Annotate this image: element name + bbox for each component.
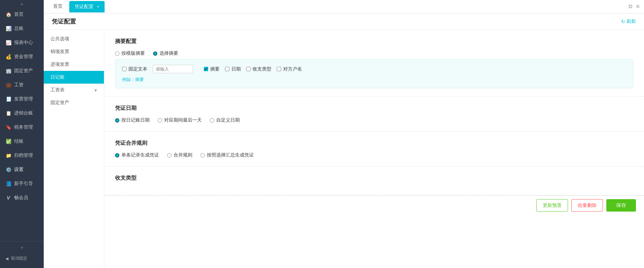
radio-select-generate[interactable]: 按照选择汇总生成凭证	[200, 152, 254, 158]
sidebar: ▲ 🏠 首页 📊 总账 📈 报表中心 💰 资金管理 🏢 固定资产 💼 工资 🧾 …	[0, 0, 44, 268]
tab-home[interactable]: 首页	[48, 1, 68, 13]
checkbox-counterparty-input[interactable]	[277, 67, 281, 71]
content-body: 公共选项 销项发票 进项发票 日记账 工资表 ∨ 固定资产	[44, 30, 644, 268]
radio-last-day-period[interactable]: 对应期间最后一天	[158, 117, 202, 123]
summary-preview: 例如：摘要	[122, 77, 626, 83]
sidebar-item-purchase-sales[interactable]: 📋 进销台账	[0, 106, 44, 120]
radio-merge-rules[interactable]: 合并规则	[167, 152, 192, 158]
tab-bar: 首页 凭证配置 × ⧉ ✕	[44, 0, 644, 13]
radio-by-journal-date[interactable]: 按日记账日期	[115, 117, 150, 123]
radio-template-summary-input[interactable]	[115, 51, 119, 56]
checkbox-date-input[interactable]	[225, 67, 229, 71]
sidebar-item-settlement[interactable]: ✅ 结账	[0, 134, 44, 148]
radio-select-summary[interactable]: 选择摘要	[153, 50, 178, 56]
sidebar-item-funds[interactable]: 💰 资金管理	[0, 50, 44, 64]
voucher-date-section: 凭证日期 按日记账日期 对应期间最后一天 自定义日期	[104, 97, 644, 132]
merge-rules-section: 凭证合并规则 单条记录生成凭证 合并规则 按照选择汇总生成凭证	[104, 132, 644, 167]
checkbox-income-type[interactable]: 收支类型	[246, 66, 271, 72]
sidebar-item-settings[interactable]: ⚙️ 设置	[0, 163, 44, 177]
update-preview-button[interactable]: 更新预置	[536, 199, 568, 212]
unpin-button[interactable]: ◀ 取消固定	[0, 252, 44, 265]
radio-last-day-input[interactable]	[158, 118, 162, 123]
summary-checkboxes-row: 固定文本 摘要 日期	[122, 65, 626, 73]
invoice-mgmt-icon: 🧾	[5, 96, 11, 102]
fixed-assets-icon: 🏢	[5, 68, 11, 74]
refresh-button[interactable]: ↻ 刷新	[621, 18, 636, 25]
batch-delete-button[interactable]: 批量删除	[571, 199, 603, 212]
checkbox-summary[interactable]: 摘要	[204, 66, 220, 72]
merge-rules-radio-group: 单条记录生成凭证 合并规则 按照选择汇总生成凭证	[115, 152, 633, 158]
purchase-sales-icon: 📋	[5, 110, 11, 116]
payroll-chevron-icon: ∨	[94, 88, 97, 92]
reports-icon: 📈	[5, 40, 11, 46]
close-window-button[interactable]: ✕	[636, 3, 640, 10]
sidebar-item-member[interactable]: V 畅会员	[0, 191, 44, 205]
page-content: 凭证配置 ↻ 刷新 公共选项 销项发票 进项发票 日记账	[44, 13, 644, 268]
voucher-date-radio-group: 按日记账日期 对应期间最后一天 自定义日期	[115, 117, 633, 123]
sidebar-scroll-up[interactable]: ▲	[0, 0, 44, 7]
income-type-title: 收支类型	[115, 175, 633, 182]
member-icon: V	[5, 195, 11, 201]
left-nav: 公共选项 销项发票 进项发票 日记账 工资表 ∨ 固定资产	[44, 30, 104, 268]
bottom-action-bar: 更新预置 批量删除 保存	[104, 195, 644, 215]
tab-voucher-config[interactable]: 凭证配置 ×	[69, 1, 105, 12]
left-nav-payroll-table[interactable]: 工资表 ∨	[44, 84, 104, 96]
checkbox-fixed-text[interactable]: 固定文本	[122, 66, 147, 72]
pin-icon: ◀	[5, 256, 8, 261]
sidebar-scroll-down[interactable]: ▼	[0, 244, 44, 252]
sidebar-item-home[interactable]: 🏠 首页	[0, 7, 44, 21]
tax-icon: 🔖	[5, 124, 11, 130]
settlement-icon: ✅	[5, 138, 11, 144]
guide-icon: 📘	[5, 181, 11, 187]
summary-config-section: 摘要配置 按模版摘要 选择摘要	[104, 30, 644, 97]
fixed-text-input[interactable]	[153, 65, 193, 73]
radio-select-generate-input[interactable]	[200, 153, 205, 158]
summary-section-title: 摘要配置	[115, 38, 633, 45]
sidebar-item-payroll[interactable]: 💼 工资	[0, 78, 44, 92]
left-nav-sales-invoice[interactable]: 销项发票	[44, 45, 104, 58]
left-nav-purchase-invoice[interactable]: 进项发票	[44, 58, 104, 71]
page-title: 凭证配置	[52, 17, 76, 26]
left-nav-public[interactable]: 公共选项	[44, 33, 104, 45]
save-button[interactable]: 保存	[606, 199, 636, 212]
checkbox-fixed-text-input[interactable]	[122, 67, 126, 71]
radio-journal-date-input[interactable]	[115, 118, 119, 123]
tab-close-button[interactable]: ×	[97, 4, 99, 9]
checkbox-income-type-input[interactable]	[246, 67, 251, 71]
restore-window-button[interactable]: ⧉	[629, 3, 632, 10]
refresh-icon: ↻	[621, 19, 625, 24]
radio-custom-date-input[interactable]	[210, 118, 214, 123]
sidebar-item-invoice-mgmt[interactable]: 🧾 发票管理	[0, 92, 44, 106]
right-panel: 摘要配置 按模版摘要 选择摘要	[104, 30, 644, 268]
left-nav-journal[interactable]: 日记账	[44, 71, 104, 84]
radio-single-record[interactable]: 单条记录生成凭证	[115, 152, 159, 158]
funds-icon: 💰	[5, 54, 11, 60]
sidebar-item-ledger[interactable]: 📊 总账	[0, 21, 44, 36]
radio-template-summary[interactable]: 按模版摘要	[115, 50, 145, 56]
ledger-icon: 📊	[5, 26, 11, 32]
radio-merge-rules-input[interactable]	[167, 153, 172, 158]
sidebar-item-tax[interactable]: 🔖 税务管理	[0, 120, 44, 134]
radio-single-record-input[interactable]	[115, 153, 119, 158]
page-header: 凭证配置 ↻ 刷新	[44, 13, 644, 30]
home-icon: 🏠	[5, 11, 11, 17]
payroll-icon: 💼	[5, 82, 11, 88]
window-controls: ⧉ ✕	[629, 3, 640, 10]
income-type-section: 收支类型	[104, 167, 644, 195]
summary-radio-group: 按模版摘要 选择摘要	[115, 50, 633, 56]
left-nav-fixed-assets[interactable]: 固定资产	[44, 96, 104, 109]
voucher-date-title: 凭证日期	[115, 105, 633, 112]
checkbox-counterparty[interactable]: 对方户名	[277, 66, 302, 72]
sidebar-item-reports[interactable]: 📈 报表中心	[0, 36, 44, 50]
summary-config-box: 固定文本 摘要 日期	[115, 59, 633, 88]
checkbox-summary-input[interactable]	[204, 67, 208, 71]
checkbox-date[interactable]: 日期	[225, 66, 241, 72]
sidebar-item-guide[interactable]: 📘 新手引导	[0, 177, 44, 191]
main-area: 首页 凭证配置 × ⧉ ✕ 凭证配置 ↻ 刷新 公共选项	[44, 0, 644, 268]
sidebar-item-fixed-assets[interactable]: 🏢 固定资产	[0, 64, 44, 78]
radio-custom-date[interactable]: 自定义日期	[210, 117, 240, 123]
sidebar-item-archive[interactable]: 📁 归档管理	[0, 148, 44, 163]
radio-select-summary-input[interactable]	[153, 51, 157, 56]
archive-icon: 📁	[5, 152, 11, 159]
merge-rules-title: 凭证合并规则	[115, 140, 633, 147]
